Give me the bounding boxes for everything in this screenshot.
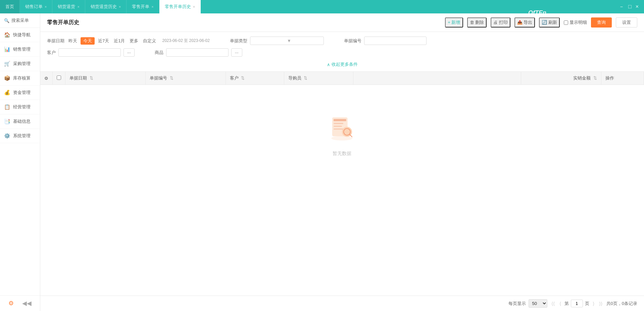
main-layout: 🔍 搜索采单 🏠 快捷导航 📊 销售管理 🛒 采购管理 📦 库存核算 💰 资金管… — [0, 13, 644, 311]
th-doc-date[interactable]: 单据日期 ⇅ — [65, 72, 146, 85]
doc-type-label: 单据类型 — [230, 38, 247, 44]
content-area: 零售开单历史 + 新增 🗑 删除 🖨 打印 📤 导出 🔄 刷新 显示明细 查询 … — [40, 13, 644, 311]
delete-button[interactable]: 🗑 删除 — [467, 17, 487, 28]
goods-input[interactable] — [166, 48, 229, 57]
customer-input[interactable] — [58, 48, 121, 57]
sidebar-finance-label: 资金管理 — [13, 90, 31, 96]
date-opt-more[interactable]: 更多 — [128, 37, 140, 45]
export-button[interactable]: 📤 导出 — [514, 17, 535, 28]
cart-icon: 🛒 — [4, 61, 10, 67]
sidebar-bottom: ⚙ ◀◀ — [0, 295, 40, 311]
collapse-filter-btn[interactable]: ∧ 收起更多条件 — [47, 60, 637, 68]
tab-sales-order[interactable]: 销售订单 × — [20, 0, 52, 13]
tab-retail-order-history-close[interactable]: × — [193, 5, 195, 9]
chevron-down-icon: ▼ — [287, 38, 321, 43]
sidebar-item-purchase-mgmt[interactable]: 🛒 采购管理 — [0, 57, 40, 71]
empty-cell: 暂无数据 — [40, 85, 644, 184]
first-page-button[interactable]: ⟨⟨ — [550, 300, 556, 307]
table-area: ⚙ 单据日期 ⇅ 单据编号 ⇅ 客户 ⇅ — [40, 72, 644, 296]
close-button[interactable]: × — [636, 4, 639, 10]
tab-retail-order-history-label: 零售开单历史 — [165, 4, 191, 10]
pagination-bar: 每页显示 50 10 20 100 ⟨⟨ ⟨ 第 页 ⟩ ⟩⟩ 共0页，0条记录 — [40, 296, 644, 311]
sidebar-search[interactable]: 🔍 搜索采单 — [0, 13, 40, 28]
doc-type-select[interactable]: ▼ — [250, 37, 324, 45]
home-icon: 🏠 — [4, 32, 10, 38]
tab-sales-return-history-close[interactable]: × — [119, 5, 121, 9]
tab-sales-return-history[interactable]: 销货退货历史 × — [85, 0, 127, 13]
prev-page-button[interactable]: ⟨ — [558, 300, 562, 307]
sidebar-item-basic-info[interactable]: 📑 基础信息 — [0, 114, 40, 129]
refresh-button[interactable]: 🔄 刷新 — [539, 17, 560, 28]
goods-ellipsis-btn[interactable]: ··· — [231, 48, 242, 57]
date-opt-custom[interactable]: 自定义 — [142, 37, 157, 45]
display-detail-checkbox-label: 显示明细 — [564, 19, 587, 25]
doc-no-label: 单据编号 — [344, 38, 361, 44]
maximize-button[interactable]: □ — [628, 4, 632, 10]
th-checkbox[interactable] — [53, 72, 65, 85]
th-doc-no[interactable]: 单据编号 ⇅ — [145, 72, 226, 85]
date-opt-today[interactable]: 今天 — [81, 37, 95, 45]
query-button[interactable]: 查询 — [591, 17, 612, 28]
sidebar-item-system[interactable]: ⚙️ 系统管理 — [0, 129, 40, 143]
select-all-checkbox[interactable] — [57, 75, 61, 80]
tab-home[interactable]: 首页 — [0, 0, 20, 13]
display-detail-checkbox[interactable] — [564, 20, 568, 25]
svg-rect-4 — [334, 126, 342, 127]
add-button[interactable]: + 新增 — [445, 17, 463, 28]
sidebar-item-inventory[interactable]: 📦 库存核算 — [0, 71, 40, 86]
tab-retail-order-history[interactable]: 零售开单历史 × — [159, 0, 201, 13]
date-filter-group: 单据日期 昨天 今天 近7天 近1月 更多 自定义 2023-06-02 至 2… — [47, 37, 210, 45]
tab-retail-order[interactable]: 零售开单 × — [127, 0, 159, 13]
svg-rect-2 — [334, 119, 346, 121]
filter-row-2: 客户 ··· 商品 ··· — [47, 48, 637, 57]
customer-ellipsis-btn[interactable]: ··· — [123, 48, 135, 57]
minimize-button[interactable]: － — [619, 3, 624, 10]
sort-doc-no-icon: ⇅ — [170, 75, 174, 81]
tab-sales-return[interactable]: 销货退货 × — [52, 0, 85, 13]
goods-label: 商品 — [155, 50, 163, 56]
collapse-sidebar-icon[interactable]: ◀◀ — [22, 300, 32, 307]
tab-sales-return-label: 销货退货 — [58, 4, 75, 10]
settings-icon[interactable]: ⚙ — [8, 300, 14, 307]
data-table: ⚙ 单据日期 ⇅ 单据编号 ⇅ 客户 ⇅ — [40, 72, 644, 184]
th-settings[interactable]: ⚙ — [40, 72, 53, 85]
tab-retail-order-close[interactable]: × — [151, 5, 153, 9]
sidebar: 🔍 搜索采单 🏠 快捷导航 📊 销售管理 🛒 采购管理 📦 库存核算 💰 资金管… — [0, 13, 40, 311]
sidebar-item-operation[interactable]: 📋 经营管理 — [0, 100, 40, 114]
header-actions: + 新增 🗑 删除 🖨 打印 📤 导出 🔄 刷新 显示明细 查询 设置 — [445, 17, 637, 28]
sidebar-purchase-mgmt-label: 采购管理 — [13, 61, 31, 67]
th-actual-amount[interactable]: 实销金额 ⇅ — [521, 72, 601, 85]
next-page-button[interactable]: ⟩ — [591, 300, 596, 307]
page-number-input[interactable] — [571, 300, 583, 307]
print-button[interactable]: 🖨 打印 — [491, 17, 510, 28]
sort-doc-date-icon: ⇅ — [90, 75, 93, 81]
date-opt-1month[interactable]: 近1月 — [112, 37, 126, 45]
date-opt-yesterday[interactable]: 昨天 — [67, 37, 79, 45]
box-icon: 📦 — [4, 75, 10, 81]
money-icon: 💰 — [4, 90, 10, 96]
search-icon: 🔍 — [4, 18, 9, 23]
setting-button[interactable]: 设置 — [616, 17, 637, 28]
th-operation: 操作 — [601, 72, 644, 85]
page-label-pre: 第 — [564, 301, 569, 307]
sort-customer-icon: ⇅ — [241, 75, 245, 81]
sidebar-quick-nav-label: 快捷导航 — [13, 32, 31, 38]
th-customer[interactable]: 客户 ⇅ — [226, 72, 284, 85]
date-label: 单据日期 — [47, 38, 64, 44]
tab-retail-order-label: 零售开单 — [132, 4, 149, 10]
empty-row: 暂无数据 — [40, 85, 644, 184]
th-guide[interactable]: 导购员 ⇅ — [284, 72, 353, 85]
total-info: 共0页，0条记录 — [606, 301, 637, 307]
tab-sales-return-close[interactable]: × — [77, 5, 79, 9]
page-size-select[interactable]: 50 10 20 100 — [529, 299, 547, 308]
doc-no-input[interactable] — [364, 37, 427, 45]
tab-sales-return-history-label: 销货退货历史 — [91, 4, 117, 10]
tab-sales-order-close[interactable]: × — [45, 5, 47, 9]
sidebar-item-quick-nav[interactable]: 🏠 快捷导航 — [0, 28, 40, 42]
gear-icon: ⚙️ — [4, 133, 10, 139]
date-opt-7days[interactable]: 近7天 — [97, 37, 110, 45]
page-label: 页 — [585, 301, 589, 307]
sidebar-item-sales-mgmt[interactable]: 📊 销售管理 — [0, 42, 40, 57]
last-page-button[interactable]: ⟩⟩ — [598, 300, 604, 307]
sidebar-item-finance[interactable]: 💰 资金管理 — [0, 86, 40, 100]
